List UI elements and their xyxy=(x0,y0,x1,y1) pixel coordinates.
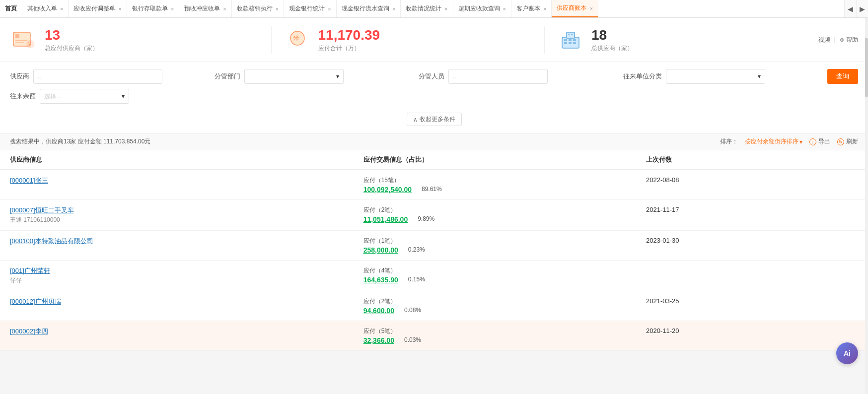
balance-placeholder: 选择... xyxy=(44,92,61,101)
supplier-link[interactable]: [001]广州荣轩 xyxy=(10,267,50,274)
tx-row: 32,366.00 0.03% xyxy=(363,335,646,344)
nav-adjustment[interactable]: 应收应付调整单 × xyxy=(69,0,127,17)
close-icon[interactable]: × xyxy=(223,6,226,12)
tx-amount-link[interactable]: 32,366.00 xyxy=(363,336,394,344)
table-row: [000100]本特勤油品有限公司 应付（1笔） 258,000.00 0.23… xyxy=(0,231,868,261)
nav-supplier-ledger[interactable]: 供应商账本 × xyxy=(552,0,598,17)
col-header-lastpay: 上次付数 xyxy=(646,155,858,164)
tx-label: 应付（2笔） xyxy=(363,206,646,214)
refresh-label: 刷新 xyxy=(846,137,858,146)
transaction-cell: 应付（15笔） 100,092,540.00 89.61% xyxy=(363,176,646,194)
stat-icon-3 xyxy=(557,26,584,54)
tx-amount-link[interactable]: 94,600.00 xyxy=(363,307,394,315)
last-pay-cell: 2020-11-20 xyxy=(646,327,858,334)
supplier-link[interactable]: [000100]本特勤油品有限公司 xyxy=(10,237,93,245)
close-icon[interactable]: × xyxy=(276,6,279,12)
col-header-transaction: 应付交易信息（占比） xyxy=(363,155,646,164)
last-pay-cell: 2021-03-25 xyxy=(646,297,858,305)
nav-other-income[interactable]: 其他收入单 × xyxy=(22,0,69,17)
svg-rect-14 xyxy=(573,42,576,44)
supplier-link[interactable]: [000012]广州贝瑞 xyxy=(10,298,61,305)
supplier-info-cell: [000012]广州贝瑞 xyxy=(10,297,363,306)
dept-label: 分管部门 xyxy=(215,72,240,81)
category-select[interactable]: ▾ xyxy=(666,69,765,84)
nav-home-label: 首页 xyxy=(5,4,17,13)
scrollbar-track[interactable] xyxy=(865,18,868,351)
nav-home[interactable]: 首页 xyxy=(0,0,22,17)
close-icon[interactable]: × xyxy=(503,6,506,12)
close-icon[interactable]: × xyxy=(444,6,447,12)
chevron-down-icon: ▾ xyxy=(336,73,339,80)
nav-prepay[interactable]: 预收冲应收单 × xyxy=(179,0,231,17)
stat-payable-total: 米 11,170.39 应付合计（万） xyxy=(272,26,545,54)
collapse-button[interactable]: ∧ 收起更多条件 xyxy=(407,113,462,126)
results-actions: 排序： 按应付余额倒序排序 ▾ ↓ 导出 ↻ 刷新 xyxy=(720,137,858,146)
nav-next-arrow[interactable]: ▶ xyxy=(856,0,868,18)
tx-label: 应付（5笔） xyxy=(363,327,646,335)
supplier-link[interactable]: [000002]李四 xyxy=(10,328,48,335)
stat-content-2: 11,170.39 应付合计（万） xyxy=(318,27,380,53)
query-button[interactable]: 查询 xyxy=(827,69,858,84)
export-icon: ↓ xyxy=(809,138,816,145)
supplier-sub: 仔仔 xyxy=(10,276,363,285)
person-input[interactable]: ... xyxy=(448,69,548,84)
tx-percent: 9.89% xyxy=(418,215,434,222)
tx-amount-link[interactable]: 258,000.00 xyxy=(363,246,398,254)
supplier-link[interactable]: [000007]恒旺二手叉车 xyxy=(10,206,74,214)
balance-label: 往来余额 xyxy=(10,92,36,101)
tx-percent: 0.08% xyxy=(404,307,421,314)
tx-amount-link[interactable]: 11,051,486.00 xyxy=(363,215,408,223)
table-row: [000001]张三 应付（15笔） 100,092,540.00 89.61%… xyxy=(0,170,868,200)
svg-text:米: 米 xyxy=(293,34,299,42)
filter-area: 供应商 ... 分管部门 ▾ 分管人员 ... 往来单位分类 ▾ xyxy=(0,62,868,133)
filter-category: 往来单位分类 ▾ xyxy=(623,69,820,84)
video-link[interactable]: 视频 xyxy=(818,36,830,44)
close-icon[interactable]: × xyxy=(60,6,63,12)
help-link[interactable]: ⊙ 帮助 xyxy=(840,36,858,44)
refresh-button[interactable]: ↻ 刷新 xyxy=(837,137,858,146)
nav-label: 预收冲应收单 xyxy=(184,4,220,13)
nav-customer-ledger[interactable]: 客户账本 × xyxy=(511,0,552,17)
nav-bank[interactable]: 银行存取款单 × xyxy=(127,0,179,17)
last-pay-cell: 2023-01-30 xyxy=(646,237,858,244)
scrollbar-thumb[interactable] xyxy=(865,38,868,97)
results-summary: 搜索结果中，供应商13家 应付金额 111,703,854.00元 xyxy=(10,137,150,146)
close-icon[interactable]: × xyxy=(171,6,174,12)
stat-icon-1: ¥ xyxy=(10,26,38,54)
ai-button[interactable]: Ai xyxy=(836,342,858,351)
nav-cash-stats[interactable]: 现金银行统计 × xyxy=(284,0,336,17)
nav-overdue[interactable]: 超期应收款查询 × xyxy=(453,0,511,17)
nav-collection-stats[interactable]: 收款情况统计 × xyxy=(401,0,453,17)
tx-label: 应付（1笔） xyxy=(363,237,646,245)
svg-rect-3 xyxy=(15,42,24,43)
table-row: [000012]广州贝瑞 应付（2笔） 94,600.00 0.08% 2021… xyxy=(0,291,868,321)
last-pay-cell: 2022-08-08 xyxy=(646,176,858,184)
svg-rect-16 xyxy=(568,34,570,35)
svg-rect-13 xyxy=(569,42,572,44)
nav-collection[interactable]: 收款核销执行 × xyxy=(232,0,284,17)
tx-amount-link[interactable]: 164,635.90 xyxy=(363,276,398,284)
table-row: [000002]李四 应付（5笔） 32,366.00 0.03% 2020-1… xyxy=(0,321,868,351)
balance-select[interactable]: 选择... ▾ xyxy=(40,89,129,104)
export-button[interactable]: ↓ 导出 xyxy=(809,137,830,146)
svg-rect-9 xyxy=(564,39,567,41)
close-icon[interactable]: × xyxy=(392,6,395,12)
collapse-label: 收起更多条件 xyxy=(420,115,455,124)
tx-amount-link[interactable]: 100,092,540.00 xyxy=(363,186,412,194)
sort-select[interactable]: 按应付余额倒序排序 ▾ xyxy=(745,137,802,146)
nav-cash-flow[interactable]: 现金银行流水查询 × xyxy=(337,0,401,17)
supplier-label: 供应商 xyxy=(10,72,29,81)
stat-label-payable: 总应付供应商（家） xyxy=(45,44,98,53)
close-icon[interactable]: × xyxy=(589,5,592,11)
close-icon[interactable]: × xyxy=(118,6,121,12)
close-icon[interactable]: × xyxy=(328,6,331,12)
supplier-link[interactable]: [000001]张三 xyxy=(10,177,48,184)
filter-dept: 分管部门 ▾ xyxy=(215,69,411,84)
nav-prev-arrow[interactable]: ◀ xyxy=(844,0,856,18)
dept-select[interactable]: ▾ xyxy=(244,69,344,84)
supplier-input[interactable]: ... xyxy=(33,69,162,84)
tx-percent: 0.23% xyxy=(408,246,425,253)
close-icon[interactable]: × xyxy=(543,6,546,12)
last-pay-cell: 2021-11-17 xyxy=(646,206,858,213)
link-divider: | xyxy=(834,36,836,43)
